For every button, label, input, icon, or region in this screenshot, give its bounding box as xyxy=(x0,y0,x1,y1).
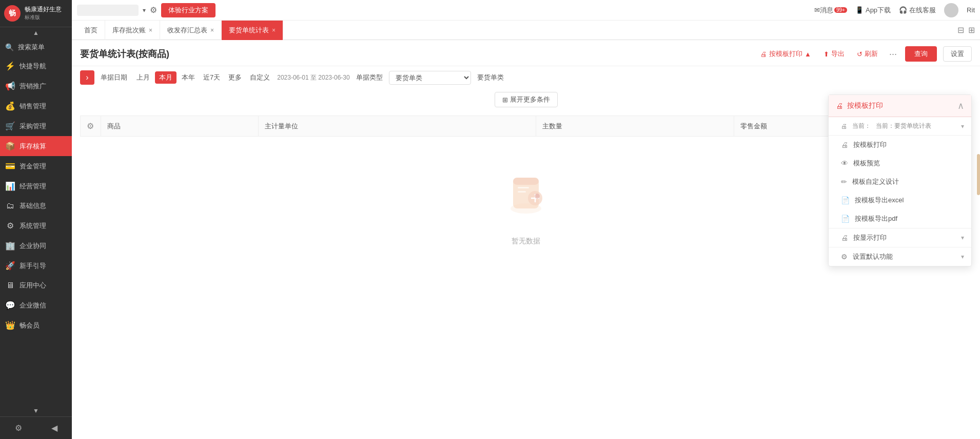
dropdown-current-text: 当前： xyxy=(852,122,871,130)
tab-batch-account[interactable]: 库存批次账 × xyxy=(105,21,160,40)
sidebar-item-label: 畅会员 xyxy=(19,321,40,330)
tab-receipt-summary-label: 收发存汇总表 xyxy=(167,26,207,35)
topbar: ▾ ⚙ 体验行业方案 ✉ 消息 99+ 📱 App下载 🎧 在线客服 Rit xyxy=(72,0,980,21)
main-area: ▾ ⚙ 体验行业方案 ✉ 消息 99+ 📱 App下载 🎧 在线客服 Rit 首… xyxy=(72,0,980,439)
sidebar-item-guide[interactable]: 🚀 新手引导 xyxy=(0,256,72,276)
query-btn[interactable]: 查询 xyxy=(905,46,937,62)
filter-row: › 单据日期 上月 本月 本年 近7天 更多 自定义 2023-06-01 至 … xyxy=(80,70,972,85)
logo-icon: 畅 xyxy=(4,5,21,22)
sidebar-item-marketing[interactable]: 📢 营销推广 xyxy=(0,76,72,96)
dropdown-item-default-func[interactable]: ⚙ 设置默认功能 ▾ xyxy=(829,247,971,266)
sidebar-item-vip[interactable]: 👑 畅会员 xyxy=(0,315,72,335)
dropdown-item-template-pdf[interactable]: 📄 按模板导出pdf xyxy=(829,209,971,228)
app-download-btn[interactable]: 📱 App下载 xyxy=(855,6,891,15)
table-header-quantity: 主数量 xyxy=(536,116,734,137)
sidebar-item-finance[interactable]: 💳 资金管理 xyxy=(0,156,72,176)
template-excel-label: 按模板导出excel xyxy=(855,196,904,205)
dropdown-title: 按模板打印 xyxy=(847,101,883,110)
sidebar-scroll-down[interactable]: ▼ xyxy=(0,405,72,416)
dropdown-item-template-excel[interactable]: 📄 按模板导出excel xyxy=(829,191,971,209)
tab-receipt-summary[interactable]: 收发存汇总表 × xyxy=(160,21,222,40)
sidebar-search[interactable]: 🔍 搜索菜单 xyxy=(0,39,72,56)
sidebar-item-basic[interactable]: 🗂 基础信息 xyxy=(0,196,72,216)
search-icon: 🔍 xyxy=(5,43,14,51)
system-icon: ⚙ xyxy=(5,221,15,231)
sidebar-item-label: 新手引导 xyxy=(19,261,46,271)
date-btn-7days[interactable]: 近7天 xyxy=(200,71,223,84)
sidebar-item-system[interactable]: ⚙ 系统管理 xyxy=(0,216,72,236)
sidebar-scroll-up[interactable]: ▲ xyxy=(0,27,72,39)
tab-batch-account-close[interactable]: × xyxy=(149,27,152,34)
window-maximize-btn[interactable]: ⊞ xyxy=(968,25,975,35)
sidebar-settings-btn[interactable]: ⚙ xyxy=(11,421,26,435)
dropdown-close-icon[interactable]: ∧ xyxy=(957,100,964,111)
type-filter-group: 要货单类 xyxy=(389,71,471,85)
dropdown-item-template-design[interactable]: ✏ 模板自定义设计 xyxy=(829,173,971,191)
purchase-icon: 🛒 xyxy=(5,121,15,131)
dropdown-header[interactable]: 🖨 按模板打印 ∧ xyxy=(829,95,971,117)
export-btn[interactable]: ⬆ 导出 xyxy=(820,47,848,61)
online-service-btn[interactable]: 🎧 在线客服 xyxy=(899,6,936,15)
tab-home[interactable]: 首页 xyxy=(77,21,105,40)
more-actions-btn[interactable]: ··· xyxy=(887,49,899,60)
page-header: 要货单统计表(按商品) 🖨 按模板打印 ▲ ⬆ 导出 ↺ 刷新 xyxy=(72,40,980,66)
sidebar-toggle-btn[interactable]: ◀ xyxy=(47,421,62,435)
topbar-gear-btn[interactable]: ⚙ xyxy=(150,5,157,15)
date-btn-this-year[interactable]: 本年 xyxy=(179,71,198,84)
sidebar-item-inventory[interactable]: 📦 库存核算 xyxy=(0,136,72,156)
dropdown-item-template-print[interactable]: 🖨 按模板打印 xyxy=(829,136,971,154)
date-btn-more[interactable]: 更多 xyxy=(225,71,245,84)
user-avatar[interactable] xyxy=(944,3,958,17)
type-filter-select[interactable]: 要货单类 xyxy=(389,71,471,85)
table-column-settings-icon[interactable]: ⚙ xyxy=(87,122,94,130)
tab-order-stats-close[interactable]: × xyxy=(272,27,276,34)
sidebar-item-sales[interactable]: 💰 销售管理 xyxy=(0,96,72,116)
expand-more-label: 展开更多条件 xyxy=(510,95,550,104)
expand-more-btn[interactable]: ⊞ 展开更多条件 xyxy=(495,92,558,107)
nav-dropdown-btn[interactable]: ▾ xyxy=(143,7,146,14)
display-print-left: 🖨 按显示打印 xyxy=(841,233,887,242)
company-icon: 🏢 xyxy=(5,241,15,251)
filter-expand-icon-btn[interactable]: › xyxy=(80,70,94,85)
sales-icon: 💰 xyxy=(5,101,15,111)
display-print-label: 按显示打印 xyxy=(853,233,887,242)
print-template-btn[interactable]: 🖨 按模板打印 ▲ xyxy=(757,47,814,61)
date-btn-custom[interactable]: 自定义 xyxy=(247,71,273,84)
sidebar-item-company[interactable]: 🏢 企业协同 xyxy=(0,236,72,256)
template-pdf-icon: 📄 xyxy=(841,215,850,223)
trial-btn[interactable]: 体验行业方案 xyxy=(161,3,215,17)
tab-order-stats[interactable]: 要货单统计表 × xyxy=(222,21,283,40)
dropdown-section-print: 🖨 按模板打印 👁 模板预览 ✏ 模板自定义设计 📄 按模板导出excel 📄 xyxy=(829,136,971,228)
sidebar-item-label: 基础信息 xyxy=(19,201,46,211)
scroll-handle[interactable] xyxy=(977,154,980,195)
messages-btn[interactable]: ✉ 消息 99+ xyxy=(814,6,847,15)
date-btn-this-month[interactable]: 本月 xyxy=(155,71,177,84)
tab-receipt-summary-close[interactable]: × xyxy=(210,27,214,34)
settings-btn[interactable]: 设置 xyxy=(943,46,972,62)
sidebar-item-purchase[interactable]: 🛒 采购管理 xyxy=(0,116,72,136)
username-label[interactable]: Rit xyxy=(967,6,975,14)
inventory-icon: 📦 xyxy=(5,141,15,151)
refresh-btn[interactable]: ↺ 刷新 xyxy=(854,47,881,61)
export-label: 导出 xyxy=(831,49,845,59)
expand-more-icon: ⊞ xyxy=(502,96,508,104)
window-minimize-btn[interactable]: ⊟ xyxy=(957,25,964,35)
dropdown-section-display-print: 🖨 按显示打印 ▾ xyxy=(829,228,971,247)
sidebar-item-label: 快捷导航 xyxy=(19,62,46,71)
sidebar-item-enterprise-wechat[interactable]: 💬 企业微信 xyxy=(0,295,72,315)
finance-icon: 💳 xyxy=(5,161,15,171)
sidebar-bottom: ⚙ ◀ xyxy=(0,416,72,439)
template-design-label: 模板自定义设计 xyxy=(852,177,899,186)
dropdown-item-template-preview[interactable]: 👁 模板预览 xyxy=(829,154,971,173)
svg-point-6 xyxy=(535,194,540,199)
sidebar-item-label: 应用中心 xyxy=(19,281,46,290)
dropdown-header-left: 🖨 按模板打印 xyxy=(836,101,883,110)
dropdown-item-display-print[interactable]: 🖨 按显示打印 ▾ xyxy=(829,228,971,247)
dropdown-section-current: 🖨 当前： 当前：要货单统计表 ▾ xyxy=(829,117,971,136)
service-label: 在线客服 xyxy=(909,6,936,15)
sidebar-item-operation[interactable]: 📊 经营管理 xyxy=(0,176,72,196)
nav-search-input[interactable] xyxy=(77,5,139,16)
date-btn-last-month[interactable]: 上月 xyxy=(133,71,153,84)
sidebar-item-app-center[interactable]: 🖥 应用中心 xyxy=(0,276,72,295)
sidebar-item-quick-nav[interactable]: ⚡ 快捷导航 xyxy=(0,56,72,76)
